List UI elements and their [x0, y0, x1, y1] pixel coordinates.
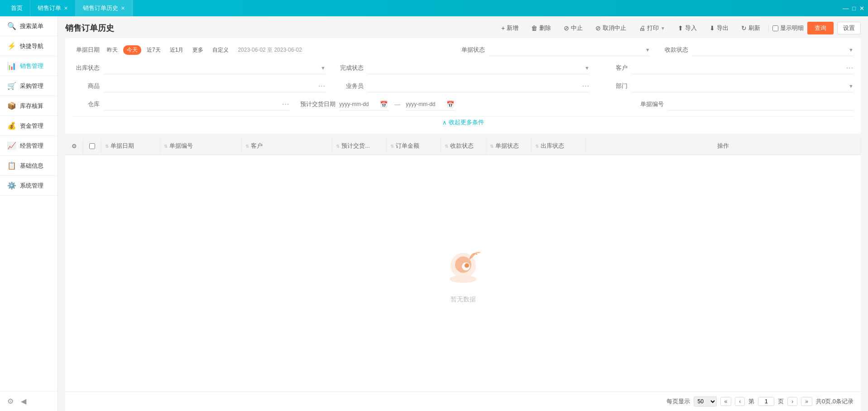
svg-point-4: [465, 263, 469, 268]
sidebar-collapse-icon[interactable]: ◀: [21, 397, 26, 406]
import-button[interactable]: ⬆ 导入: [673, 22, 701, 34]
sidebar-item-operation-label: 经营管理: [20, 142, 43, 150]
delete-button[interactable]: 🗑 删除: [527, 22, 556, 34]
sort-status-icon: ⇅: [490, 144, 494, 149]
date-btn-custom[interactable]: 自定义: [209, 45, 232, 55]
date-btn-more[interactable]: 更多: [189, 45, 207, 55]
th-date[interactable]: ⇅ 单据日期: [101, 137, 160, 155]
sidebar-item-quick-nav[interactable]: ⚡ 快捷导航: [0, 36, 58, 56]
receipt-status-control[interactable]: ▼: [692, 44, 854, 56]
close-btn[interactable]: ✕: [859, 5, 864, 12]
sidebar-item-finance[interactable]: 💰 资金管理: [0, 116, 58, 136]
delivery-date-from[interactable]: 📅: [339, 98, 389, 111]
cancel-stop-button[interactable]: ⊘ 取消中止: [591, 22, 631, 34]
bill-no-control[interactable]: [667, 98, 854, 111]
display-toggle-checkbox[interactable]: [772, 25, 778, 31]
sort-delivery-icon: ⇅: [336, 144, 340, 149]
tab-home-label: 首页: [11, 4, 23, 12]
next-page-button[interactable]: ›: [787, 397, 797, 406]
date-btn-1month[interactable]: 近1月: [166, 45, 187, 55]
goods-dots: ···: [318, 82, 326, 90]
customer-control[interactable]: ···: [631, 62, 854, 74]
th-amount-label: 订单金额: [396, 142, 419, 150]
tab-sales-order-history-close[interactable]: ✕: [121, 5, 125, 11]
tab-sales-order[interactable]: 销售订单 ✕: [30, 0, 76, 16]
department-control[interactable]: ▼: [631, 80, 854, 92]
page-size-select[interactable]: 50 10 20 100: [694, 396, 717, 406]
sidebar-item-purchase-mgmt-label: 采购管理: [20, 82, 43, 90]
th-no[interactable]: ⇅ 单据编号: [160, 137, 242, 155]
th-customer[interactable]: ⇅ 客户: [242, 137, 332, 155]
query-button[interactable]: 查询: [807, 22, 834, 34]
print-button[interactable]: 🖨 打印 ▼: [634, 22, 670, 34]
date-filter-control: 昨天 今天 近7天 近1月 更多 自定义 2023-06-02 至 2023-0…: [103, 45, 458, 55]
empty-illustration: [441, 243, 486, 288]
select-all-checkbox[interactable]: [89, 143, 95, 149]
th-out-status[interactable]: ⇅ 出库状态: [532, 137, 586, 155]
page-input[interactable]: [758, 397, 774, 406]
delivery-date-from-input[interactable]: [339, 101, 380, 107]
maximize-btn[interactable]: □: [852, 5, 856, 12]
stop-icon: ⊘: [564, 24, 569, 32]
goods-control[interactable]: ···: [103, 80, 326, 92]
delivery-date-to-input[interactable]: [406, 101, 446, 107]
th-settings[interactable]: ⚙: [65, 138, 83, 154]
delivery-date-to[interactable]: 📅: [406, 98, 456, 111]
date-btn-yesterday[interactable]: 昨天: [103, 45, 121, 55]
calendar-from-icon[interactable]: 📅: [380, 101, 388, 108]
minimize-btn[interactable]: —: [843, 5, 849, 12]
prev-page-button[interactable]: ‹: [735, 397, 745, 406]
th-customer-label: 客户: [251, 142, 263, 150]
date-btn-7days[interactable]: 近7天: [143, 45, 164, 55]
top-bar: 首页 销售订单 ✕ 销售订单历史 ✕ — □ ✕: [0, 0, 868, 16]
first-page-button[interactable]: «: [720, 397, 732, 406]
filter-row-3: 商品 ··· 业务员 ··· 部门 ▼: [72, 80, 854, 92]
collapse-row[interactable]: ∧ 收起更多条件: [72, 116, 854, 128]
tab-sales-order-close[interactable]: ✕: [64, 5, 68, 11]
sidebar-item-sys-mgmt[interactable]: ⚙️ 系统管理: [0, 176, 58, 196]
th-checkbox[interactable]: [83, 139, 101, 154]
sort-date-icon: ⇅: [105, 144, 109, 149]
tab-home[interactable]: 首页: [4, 0, 30, 16]
sidebar-item-sales-mgmt[interactable]: 📊 销售管理: [0, 56, 58, 76]
filter-item-goods: 商品 ···: [72, 80, 326, 92]
sidebar-item-search-menu[interactable]: 🔍 搜索菜单: [0, 16, 58, 36]
stop-button[interactable]: ⊘ 中止: [559, 22, 587, 34]
print-label: 打印: [647, 24, 659, 32]
last-page-button[interactable]: »: [801, 397, 812, 406]
display-toggle-label: 显示明细: [780, 24, 804, 32]
tab-sales-order-history[interactable]: 销售订单历史 ✕: [76, 0, 133, 16]
bill-status-control[interactable]: ▼: [489, 44, 650, 56]
refresh-button[interactable]: ↻ 刷新: [737, 22, 765, 34]
sidebar-item-operation[interactable]: 📈 经营管理: [0, 136, 58, 156]
display-toggle[interactable]: 显示明细: [772, 24, 804, 32]
complete-status-control[interactable]: ▼: [367, 62, 590, 74]
sidebar-settings-icon[interactable]: ⚙: [7, 397, 14, 406]
th-bill-status[interactable]: ⇅ 单据状态: [486, 137, 532, 155]
sidebar-item-purchase-mgmt[interactable]: 🛒 采购管理: [0, 76, 58, 96]
page-header: 销售订单历史 + 新增 🗑 删除 ⊘ 中止 ⊘ 取消中止: [58, 16, 868, 38]
calendar-to-icon[interactable]: 📅: [446, 101, 454, 108]
settings-button[interactable]: 设置: [837, 22, 861, 34]
out-status-arrow: ▼: [321, 65, 326, 71]
inventory-icon: 📦: [7, 102, 16, 110]
toolbar: + 新增 🗑 删除 ⊘ 中止 ⊘ 取消中止 🖨 打印: [497, 22, 861, 34]
th-receipt-status[interactable]: ⇅ 收款状态: [441, 137, 486, 155]
page-size-label: 每页显示: [667, 397, 690, 406]
th-delivery[interactable]: ⇅ 预计交货...: [332, 137, 387, 155]
salesperson-control[interactable]: ···: [367, 80, 590, 92]
delete-icon: 🗑: [531, 24, 537, 32]
new-button[interactable]: + 新增: [497, 22, 523, 34]
purchase-mgmt-icon: 🛒: [7, 82, 16, 90]
sidebar-item-base-info[interactable]: 📋 基础信息: [0, 156, 58, 176]
sort-outstatus-icon: ⇅: [535, 144, 539, 149]
out-status-control[interactable]: ▼: [103, 62, 326, 74]
page-title: 销售订单历史: [65, 23, 114, 34]
date-btn-today[interactable]: 今天: [123, 45, 141, 55]
th-amount[interactable]: ⇅ 订单金额: [387, 137, 441, 155]
warehouse-control[interactable]: ···: [103, 98, 289, 111]
sidebar-item-inventory[interactable]: 📦 库存核算: [0, 96, 58, 116]
th-ops: 操作: [586, 137, 861, 155]
export-button[interactable]: ⬇ 导出: [705, 22, 733, 34]
receipt-status-label: 收款状态: [661, 46, 688, 54]
